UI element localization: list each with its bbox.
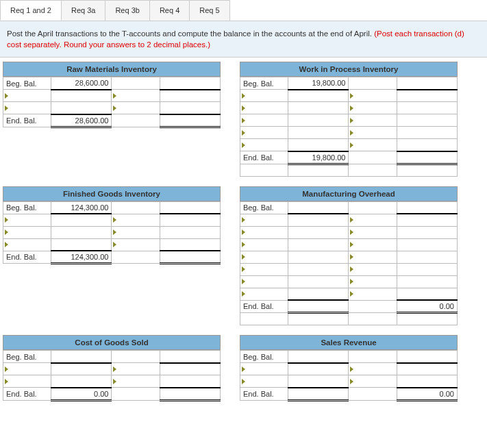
entry-cell[interactable]: [349, 90, 397, 102]
entry-cell[interactable]: [240, 139, 288, 151]
entry-cell[interactable]: [240, 275, 288, 288]
entry-cell[interactable]: [240, 251, 288, 263]
entry-cell[interactable]: [288, 139, 349, 151]
cell[interactable]: [240, 313, 288, 325]
entry-cell[interactable]: [349, 102, 397, 114]
entry-cell[interactable]: [349, 214, 397, 226]
tab-req-5[interactable]: Req 5: [189, 0, 229, 21]
entry-cell[interactable]: [3, 238, 51, 251]
cell[interactable]: [349, 164, 397, 176]
cell[interactable]: [288, 388, 349, 401]
entry-cell[interactable]: [288, 226, 349, 238]
entry-cell[interactable]: [112, 102, 160, 114]
cell[interactable]: [160, 77, 220, 90]
entry-cell[interactable]: [288, 127, 349, 139]
entry-cell[interactable]: [112, 214, 160, 226]
entry-cell[interactable]: [349, 263, 397, 275]
cell[interactable]: [397, 77, 457, 90]
entry-cell[interactable]: [240, 238, 288, 251]
entry-cell[interactable]: [51, 90, 112, 102]
entry-cell[interactable]: [3, 226, 51, 238]
cell[interactable]: [397, 151, 457, 164]
entry-cell[interactable]: [397, 375, 457, 388]
entry-cell[interactable]: [288, 363, 349, 375]
entry-cell[interactable]: [288, 263, 349, 275]
tab-req-3b[interactable]: Req 3b: [105, 0, 149, 21]
entry-cell[interactable]: [349, 226, 397, 238]
cell[interactable]: [160, 351, 220, 363]
cell[interactable]: [349, 77, 397, 90]
entry-cell[interactable]: [349, 363, 397, 375]
entry-cell[interactable]: [288, 114, 349, 127]
tab-req-3a[interactable]: Req 3a: [61, 0, 105, 21]
entry-cell[interactable]: [3, 363, 51, 375]
entry-cell[interactable]: [112, 226, 160, 238]
entry-cell[interactable]: [160, 226, 220, 238]
tab-req-4[interactable]: Req 4: [149, 0, 190, 21]
cell[interactable]: [288, 313, 349, 325]
entry-cell[interactable]: [51, 363, 112, 375]
cell[interactable]: [349, 388, 397, 401]
entry-cell[interactable]: [288, 288, 349, 300]
cell[interactable]: [349, 300, 397, 313]
entry-cell[interactable]: [349, 251, 397, 263]
entry-cell[interactable]: [3, 90, 51, 102]
entry-cell[interactable]: [288, 238, 349, 251]
entry-cell[interactable]: [160, 238, 220, 251]
entry-cell[interactable]: [240, 363, 288, 375]
entry-cell[interactable]: [349, 238, 397, 251]
entry-cell[interactable]: [51, 226, 112, 238]
entry-cell[interactable]: [397, 114, 457, 127]
entry-cell[interactable]: [160, 214, 220, 226]
cell[interactable]: [160, 114, 220, 127]
cell[interactable]: [112, 114, 160, 127]
cell[interactable]: [112, 251, 160, 264]
cell[interactable]: [112, 77, 160, 90]
entry-cell[interactable]: [288, 214, 349, 226]
entry-cell[interactable]: [397, 102, 457, 114]
entry-cell[interactable]: [240, 375, 288, 388]
entry-cell[interactable]: [112, 375, 160, 388]
entry-cell[interactable]: [397, 238, 457, 251]
entry-cell[interactable]: [160, 90, 220, 102]
cell[interactable]: [160, 388, 220, 401]
entry-cell[interactable]: [112, 90, 160, 102]
entry-cell[interactable]: [397, 226, 457, 238]
entry-cell[interactable]: [240, 114, 288, 127]
entry-cell[interactable]: [397, 127, 457, 139]
entry-cell[interactable]: [397, 263, 457, 275]
cell[interactable]: [349, 313, 397, 325]
entry-cell[interactable]: [240, 102, 288, 114]
entry-cell[interactable]: [397, 288, 457, 300]
cell[interactable]: [349, 151, 397, 164]
cell[interactable]: [397, 164, 457, 176]
entry-cell[interactable]: [240, 127, 288, 139]
entry-cell[interactable]: [240, 214, 288, 226]
entry-cell[interactable]: [349, 375, 397, 388]
entry-cell[interactable]: [160, 363, 220, 375]
cell[interactable]: [288, 300, 349, 313]
cell[interactable]: [160, 201, 220, 214]
cell[interactable]: [160, 251, 220, 264]
entry-cell[interactable]: [3, 214, 51, 226]
entry-cell[interactable]: [160, 375, 220, 388]
cell[interactable]: [397, 351, 457, 363]
entry-cell[interactable]: [349, 114, 397, 127]
cell[interactable]: [288, 164, 349, 176]
entry-cell[interactable]: [160, 102, 220, 114]
tab-req-1-2[interactable]: Req 1 and 2: [0, 0, 62, 21]
cell[interactable]: [397, 201, 457, 214]
entry-cell[interactable]: [112, 363, 160, 375]
entry-cell[interactable]: [288, 90, 349, 102]
entry-cell[interactable]: [349, 275, 397, 288]
entry-cell[interactable]: [397, 251, 457, 263]
entry-cell[interactable]: [3, 375, 51, 388]
entry-cell[interactable]: [240, 90, 288, 102]
entry-cell[interactable]: [288, 375, 349, 388]
cell[interactable]: [112, 201, 160, 214]
entry-cell[interactable]: [349, 288, 397, 300]
cell[interactable]: [349, 351, 397, 363]
entry-cell[interactable]: [51, 214, 112, 226]
cell[interactable]: [112, 388, 160, 401]
cell[interactable]: [397, 313, 457, 325]
